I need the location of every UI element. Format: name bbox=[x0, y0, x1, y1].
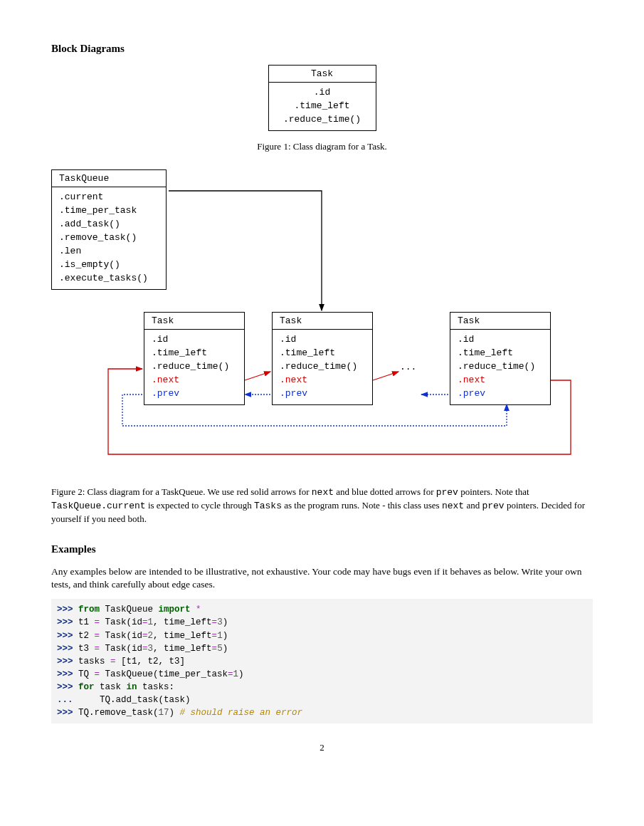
task-member: .time_left bbox=[276, 99, 369, 113]
task-node-body: .id .time_left .reduce_time() .next .pre… bbox=[273, 330, 372, 404]
examples-intro: Any examples below are intended to be il… bbox=[51, 565, 593, 592]
task-class-box: Task .id .time_left .reduce_time() bbox=[268, 65, 376, 131]
task-node-next: .next bbox=[280, 373, 365, 387]
caption-text: and bbox=[464, 500, 482, 511]
task-node-2: Task .id .time_left .reduce_time() .next… bbox=[272, 312, 373, 405]
caption-text: is expected to cycle through bbox=[146, 500, 254, 511]
task-class-body: .id .time_left .reduce_time() bbox=[269, 83, 376, 130]
task-node-member: .reduce_time() bbox=[458, 360, 543, 373]
taskqueue-member: .len bbox=[59, 244, 159, 258]
task-node-next: .next bbox=[458, 373, 543, 387]
taskqueue-member: .time_per_task bbox=[59, 204, 159, 217]
taskqueue-member: .is_empty() bbox=[59, 258, 159, 271]
task-node-prev: .prev bbox=[458, 387, 543, 400]
task-node-member: .reduce_time() bbox=[280, 360, 365, 373]
task-node-member: .id bbox=[280, 333, 365, 346]
task-node-body: .id .time_left .reduce_time() .next .pre… bbox=[450, 330, 550, 404]
task-node-prev: .prev bbox=[280, 387, 365, 400]
task-node-member: .time_left bbox=[152, 346, 237, 360]
taskqueue-class-title: TaskQueue bbox=[52, 170, 166, 187]
caption-code: next bbox=[442, 501, 464, 511]
taskqueue-member: .execute_tasks() bbox=[59, 271, 159, 285]
task-node-title: Task bbox=[144, 313, 244, 330]
task-node-member: .id bbox=[152, 333, 237, 346]
task-node-prev: .prev bbox=[152, 387, 237, 400]
task-node-3: Task .id .time_left .reduce_time() .next… bbox=[450, 312, 551, 405]
heading-block-diagrams: Block Diagrams bbox=[51, 43, 593, 55]
caption-code: prev bbox=[482, 501, 504, 511]
figure-2: TaskQueue .current .time_per_task .add_t… bbox=[51, 169, 592, 476]
figure-1: Task .id .time_left .reduce_time() bbox=[51, 65, 593, 131]
figure-1-caption: Figure 1: Class diagram for a Task. bbox=[51, 141, 593, 152]
task-node-1: Task .id .time_left .reduce_time() .next… bbox=[144, 312, 245, 405]
task-class-title: Task bbox=[269, 66, 376, 83]
page-number: 2 bbox=[51, 742, 593, 753]
figure-2-caption: Figure 2: Class diagram for a TaskQueue.… bbox=[51, 486, 593, 526]
taskqueue-member: .add_task() bbox=[59, 217, 159, 231]
task-node-body: .id .time_left .reduce_time() .next .pre… bbox=[144, 330, 244, 404]
code-block: >>> from TaskQueue import * >>> t1 = Tas… bbox=[51, 599, 593, 723]
caption-code: Tasks bbox=[254, 501, 282, 511]
taskqueue-class-body: .current .time_per_task .add_task() .rem… bbox=[52, 187, 166, 289]
task-node-member: .time_left bbox=[458, 346, 543, 360]
task-node-member: .reduce_time() bbox=[152, 360, 237, 373]
task-node-title: Task bbox=[273, 313, 372, 330]
caption-text: pointers. Note that bbox=[458, 486, 529, 497]
task-node-member: .time_left bbox=[280, 346, 365, 360]
caption-code: prev bbox=[436, 487, 458, 498]
caption-text: as the program runs. Note - this class u… bbox=[282, 500, 442, 511]
caption-text: and blue dotted arrows for bbox=[334, 486, 436, 497]
taskqueue-member: .remove_task() bbox=[59, 231, 159, 244]
taskqueue-class-box: TaskQueue .current .time_per_task .add_t… bbox=[51, 169, 167, 290]
caption-code: TaskQueue.current bbox=[51, 501, 146, 511]
ellipsis: ... bbox=[400, 362, 416, 372]
caption-text: Figure 2: Class diagram for a TaskQueue.… bbox=[51, 486, 312, 497]
task-member: .id bbox=[276, 85, 369, 99]
heading-examples: Examples bbox=[51, 543, 593, 555]
caption-code: next bbox=[312, 487, 334, 498]
task-node-title: Task bbox=[450, 313, 550, 330]
task-member: .reduce_time() bbox=[276, 113, 369, 126]
taskqueue-member: .current bbox=[59, 190, 159, 204]
task-node-member: .id bbox=[458, 333, 543, 346]
task-node-next: .next bbox=[152, 373, 237, 387]
